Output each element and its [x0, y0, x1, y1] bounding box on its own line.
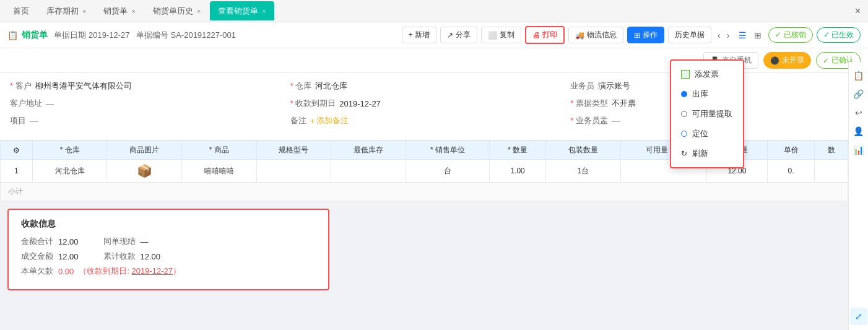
- project-label: 项目: [10, 115, 26, 126]
- ticket-value: 不开票: [612, 98, 636, 109]
- sidebar-return-icon[interactable]: ↩: [850, 104, 867, 121]
- list-layout-icon[interactable]: ☰: [736, 28, 750, 42]
- doc-type-icon: 📋: [7, 30, 18, 40]
- prev-button[interactable]: ‹: [715, 29, 723, 41]
- app-container: 首页 库存期初 × 销货单 × 销货单历史 × 查看销货单 × ×: [0, 0, 868, 330]
- print-button[interactable]: 🖨 打印: [525, 26, 565, 44]
- dropdown-outbound[interactable]: 出库: [671, 84, 743, 104]
- tab-close-inventory[interactable]: ×: [82, 7, 86, 15]
- customer-value: 柳州粤港平安气体有限公司: [35, 80, 132, 92]
- project-value: —: [30, 116, 38, 126]
- deal-amount-field: 成交金额 12.00: [21, 251, 79, 262]
- payment-field: 收款到期日 2019-12-27: [290, 98, 558, 109]
- add-note-icon: +: [310, 116, 315, 126]
- close-all-button[interactable]: ×: [853, 3, 863, 19]
- warehouse-label: 仓库: [290, 80, 312, 92]
- deal-amount-value: 12.00: [58, 252, 79, 261]
- tab-home[interactable]: 首页: [5, 1, 37, 20]
- address-label: 客户地址: [10, 98, 42, 109]
- number-field: 单据编号 SA-20191227-001: [136, 30, 237, 41]
- tab-view-sales[interactable]: 查看销货单 ×: [210, 1, 274, 20]
- col-settings[interactable]: ⚙: [1, 141, 33, 160]
- col-qty: * 数量: [490, 141, 546, 160]
- sidebar-user-icon[interactable]: 👤: [850, 123, 867, 140]
- same-order-value: —: [141, 237, 149, 246]
- date-field: 单据日期 2019-12-27: [54, 30, 130, 41]
- dropdown-available-extract[interactable]: 可用量提取: [671, 104, 743, 124]
- operation-dropdown: 添发票 出库 可用量提取 定位 ↻ 刷新: [670, 59, 744, 168]
- logistics-button[interactable]: 🚚 物流信息: [568, 27, 623, 43]
- copy-icon: ⬜: [488, 31, 497, 40]
- row-image: 📦: [107, 160, 182, 183]
- add-note-button[interactable]: + 添加备注: [310, 115, 349, 126]
- share-button[interactable]: ↗ 分享: [440, 27, 477, 43]
- col-minstock: 最低库存: [331, 141, 406, 160]
- location-icon: [681, 131, 687, 137]
- address-value: —: [46, 99, 54, 108]
- col-pkgqty: 包装数量: [546, 141, 621, 160]
- new-button[interactable]: + 新增: [402, 27, 436, 43]
- sidebar-expand-icon[interactable]: ⤢: [850, 308, 867, 325]
- same-order-label: 同单现结: [103, 236, 136, 247]
- cumulative-value: 12.00: [141, 252, 161, 261]
- tab-close-view[interactable]: ×: [262, 7, 266, 15]
- info-row-1: 金额合计 12.00 同单现结 —: [21, 236, 316, 247]
- tab-sales[interactable]: 销货单 ×: [95, 1, 143, 20]
- owed-suffix: （收款到期日: 2019-12-27）: [79, 266, 181, 277]
- dropdown-refresh[interactable]: ↻ 刷新: [671, 144, 743, 163]
- customer-field: 客户 柳州粤港平安气体有限公司: [10, 80, 278, 92]
- tab-inventory[interactable]: 库存期初 ×: [38, 1, 94, 20]
- owed-field: 本单欠款 0.00 （收款到期日: 2019-12-27）: [21, 266, 181, 277]
- owed-label: 本单欠款: [21, 266, 53, 277]
- extract-circle-icon: [681, 111, 687, 117]
- sidebar-doc-icon[interactable]: 📋: [850, 67, 867, 84]
- row-unit: 台: [406, 160, 489, 183]
- row-warehouse: 河北仓库: [32, 160, 107, 183]
- total-amount-value: 12.00: [58, 237, 79, 246]
- dropdown-add-invoice[interactable]: 添发票: [671, 64, 743, 84]
- subtotal-label: 小计: [1, 183, 848, 201]
- ticket-dot: ⚫: [770, 56, 779, 65]
- col-spec: 规格型号: [256, 141, 331, 160]
- operation-button[interactable]: ⊞ 操作: [627, 27, 664, 43]
- salesman-label: 业务员盂: [570, 115, 608, 126]
- sidebar-chart-icon[interactable]: 📊: [850, 141, 867, 158]
- note-label: 备注: [290, 115, 306, 126]
- copy-button[interactable]: ⬜ 复制: [481, 27, 521, 43]
- project-field: 项目 —: [10, 115, 278, 126]
- toolbar-right: + 新增 ↗ 分享 ⬜ 复制 🖨 打印 🚚 物流信息 ⊞ 操作 历史单据: [402, 26, 861, 44]
- deal-amount-label: 成交金额: [21, 251, 53, 262]
- row-index: 1: [1, 160, 33, 183]
- customer-label: 客户: [10, 80, 32, 92]
- warehouse-value: 河北仓库: [315, 80, 347, 92]
- effect-button[interactable]: ✓ 已生效: [817, 27, 861, 43]
- info-row-3: 本单欠款 0.00 （收款到期日: 2019-12-27）: [21, 266, 316, 277]
- outbound-dot-icon: [681, 91, 687, 97]
- staff-value: 演示账号: [598, 80, 630, 92]
- col-amount: 数: [815, 141, 848, 160]
- note-field: 备注 + 添加备注: [290, 115, 558, 126]
- tab-close-sales[interactable]: ×: [131, 7, 135, 15]
- sidebar-link-icon[interactable]: 🔗: [850, 85, 867, 103]
- next-button[interactable]: ›: [724, 29, 732, 41]
- sold-button[interactable]: ✓ 已核销: [768, 27, 812, 43]
- tab-bar: 首页 库存期初 × 销货单 × 销货单历史 × 查看销货单 × ×: [0, 0, 868, 22]
- row-amount: [815, 160, 848, 183]
- cumulative-field: 累计收款 12.00: [103, 251, 161, 262]
- col-unit: * 销售单位: [406, 141, 489, 160]
- dropdown-location[interactable]: 定位: [671, 124, 743, 144]
- row-spec: [256, 160, 331, 183]
- address-field: 客户地址 —: [10, 98, 278, 109]
- payment-value: 2019-12-27: [339, 99, 381, 108]
- tab-history[interactable]: 销货单历史 ×: [145, 1, 209, 20]
- subtotal-row: 小计: [1, 183, 848, 201]
- history-button[interactable]: 历史单据: [668, 27, 711, 43]
- logistics-icon: 🚚: [575, 31, 584, 40]
- col-price: 单价: [768, 141, 815, 160]
- ticket-status-button[interactable]: ⚫ 未开票: [763, 52, 811, 69]
- print-icon: 🖨: [532, 31, 540, 40]
- toolbar-left: 📋 销货单 单据日期 2019-12-27 单据编号 SA-20191227-0…: [7, 30, 396, 41]
- tab-close-history[interactable]: ×: [197, 7, 201, 15]
- tab-list: 首页 库存期初 × 销货单 × 销货单历史 × 查看销货单 ×: [5, 1, 274, 20]
- grid-layout-icon[interactable]: ⊞: [751, 28, 765, 42]
